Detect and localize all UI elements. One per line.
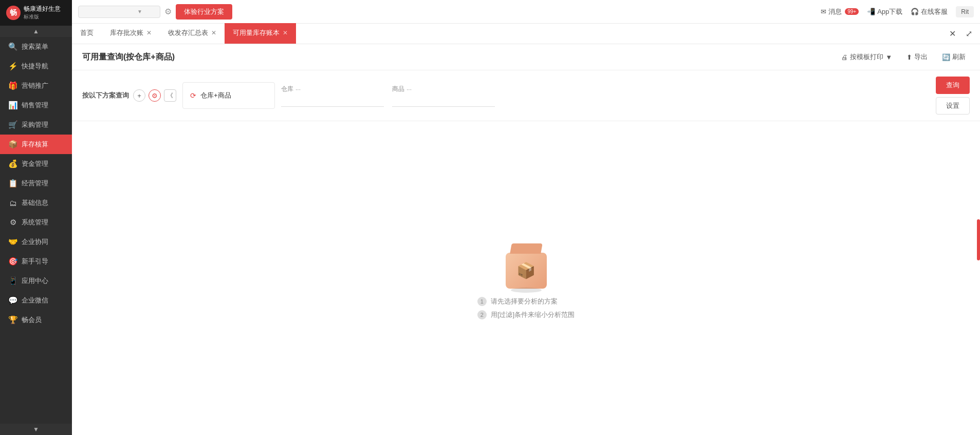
settings-scheme-btn[interactable]: ⚙ (149, 89, 161, 102)
scheme-panel: ⟳ 仓库+商品 (182, 82, 275, 109)
filter-fields: 仓库 ··· 商品 ··· (281, 85, 930, 107)
settings-icon[interactable]: ⚙ (164, 7, 172, 16)
scheme-icon: ⟳ (190, 91, 196, 100)
sidebar-item-weixin[interactable]: 💬 企业微信 (0, 291, 72, 310)
empty-shadow (511, 288, 542, 293)
tab-inventory-summary[interactable]: 收发存汇总表 ✕ (160, 23, 225, 44)
printer-icon: 🖨 (841, 53, 848, 61)
sidebar-scroll-down[interactable]: ▼ (0, 424, 72, 435)
print-btn[interactable]: 🖨 按模板打印 ▼ (837, 50, 896, 64)
industry-btn[interactable]: 体验行业方案 (176, 4, 232, 20)
empty-hint-2-text: 用[过滤]条件来缩小分析范围 (491, 310, 575, 319)
sidebar-scroll-up[interactable]: ▲ (0, 26, 72, 37)
topbar: ▼ ⚙ 体验行业方案 ✉ 消息 99+ 📲 App下载 🎧 在线客服 Rit (72, 0, 980, 24)
app-download-action[interactable]: 📲 App下载 (867, 7, 902, 16)
tab-label: 收发存汇总表 (168, 28, 208, 37)
box-face-icon: 📦 (516, 261, 535, 279)
tabsbar-right-actions: ✕ ⤢ (945, 23, 980, 44)
tab-close-icon[interactable]: ✕ (283, 29, 288, 36)
right-scrollbar[interactable] (977, 219, 980, 260)
chart-icon: 📊 (8, 101, 17, 110)
user-name: Rit (961, 8, 969, 15)
topbar-search-area[interactable]: ▼ (78, 6, 160, 18)
sidebar-item-finance[interactable]: 💰 资金管理 (0, 154, 72, 174)
tab-label: 可用量库存账本 (233, 28, 280, 37)
sidebar-item-label: 畅会员 (22, 315, 42, 325)
sidebar-item-member[interactable]: 🏆 畅会员 (0, 310, 72, 330)
app-download-label: App下载 (877, 7, 902, 16)
empty-state: 📦 1 请先选择要分析的方案 2 用[过滤]条件来缩小分析范围 (72, 121, 980, 435)
message-icon: ✉ (821, 8, 826, 15)
page-content: 可用量查询(按仓库+商品) 🖨 按模板打印 ▼ ⬆ 导出 🔄 刷新 (72, 44, 980, 435)
sidebar-item-operations[interactable]: 📋 经营管理 (0, 174, 72, 193)
warehouse-input[interactable] (281, 94, 384, 107)
scheme-name: 仓库+商品 (200, 91, 231, 100)
search-icon: 🔍 (8, 42, 17, 51)
sidebar-item-app-center[interactable]: 📱 应用中心 (0, 271, 72, 291)
tab-close-icon[interactable]: ✕ (146, 29, 152, 36)
refresh-icon: 🔄 (942, 53, 950, 61)
chat-icon: 💬 (8, 296, 17, 305)
sidebar-item-newbie[interactable]: 🎯 新手引导 (0, 252, 72, 271)
settings-button[interactable]: 设置 (936, 97, 970, 115)
print-label: 按模板打印 (850, 52, 883, 62)
sidebar-item-purchase[interactable]: 🛒 采购管理 (0, 115, 72, 135)
user-menu[interactable]: Rit (956, 6, 974, 17)
empty-hints: 1 请先选择要分析的方案 2 用[过滤]条件来缩小分析范围 (477, 297, 575, 319)
tab-available-account[interactable]: 可用量库存账本 ✕ (225, 23, 296, 44)
close-tab-btn[interactable]: ✕ (945, 26, 959, 41)
sidebar-item-label: 新手引导 (22, 257, 48, 266)
sidebar-logo: 畅 畅康通好生意 标准版 (0, 0, 72, 26)
product-more-btn[interactable]: ··· (406, 86, 412, 93)
online-service-label: 在线客服 (921, 7, 948, 16)
sidebar-item-label: 经营管理 (22, 179, 48, 188)
refresh-btn[interactable]: 🔄 刷新 (938, 50, 970, 64)
phone-download-icon: 📲 (867, 8, 875, 15)
sidebar-item-shortcut[interactable]: ⚡ 快捷导航 (0, 56, 72, 76)
chevron-down-icon[interactable]: ▼ (137, 9, 142, 14)
tab-close-icon[interactable]: ✕ (211, 29, 216, 36)
empty-hint-1: 1 请先选择要分析的方案 (477, 297, 575, 306)
sidebar-item-label: 销售管理 (22, 101, 48, 110)
tab-batch-account[interactable]: 库存批次账 ✕ (102, 23, 160, 44)
clipboard-icon: 📋 (8, 179, 17, 188)
box-icon: 📦 (8, 140, 17, 149)
tab-label: 库存批次账 (110, 28, 143, 37)
sidebar-item-system[interactable]: ⚙ 系统管理 (0, 213, 72, 232)
warehouse-more-btn[interactable]: ··· (295, 86, 301, 93)
sidebar-item-label: 库存核算 (22, 140, 48, 149)
product-input[interactable] (392, 94, 495, 107)
sidebar-item-sales[interactable]: 📊 销售管理 (0, 96, 72, 115)
refresh-label: 刷新 (952, 52, 966, 62)
query-button[interactable]: 查询 (936, 77, 970, 94)
content-wrapper: 可用量查询(按仓库+商品) 🖨 按模板打印 ▼ ⬆ 导出 🔄 刷新 (72, 44, 980, 435)
phone-icon: 📱 (8, 276, 17, 286)
online-service-action[interactable]: 🎧 在线客服 (911, 7, 948, 16)
filter-label: 按以下方案查询 (82, 91, 129, 100)
headset-icon: 🎧 (911, 8, 919, 15)
print-chevron-icon[interactable]: ▼ (885, 53, 892, 61)
topbar-actions: ✉ 消息 99+ 📲 App下载 🎧 在线客服 Rit (821, 6, 974, 17)
tab-home[interactable]: 首页 (72, 23, 102, 44)
sidebar-item-search[interactable]: 🔍 搜索菜单 (0, 37, 72, 56)
main-content: ▼ ⚙ 体验行业方案 ✉ 消息 99+ 📲 App下载 🎧 在线客服 Rit (72, 0, 980, 435)
sidebar-item-marketing[interactable]: 🎁 营销推广 (0, 76, 72, 96)
sidebar-menu: 🔍 搜索菜单 ⚡ 快捷导航 🎁 营销推广 📊 销售管理 🛒 采购管理 📦 库存核… (0, 37, 72, 424)
filter-area: 按以下方案查询 + ⚙ 《 ⟳ 仓库+商品 (72, 70, 980, 121)
add-scheme-btn[interactable]: + (133, 89, 145, 102)
gift-icon: 🎁 (8, 81, 17, 90)
export-label: 导出 (914, 52, 928, 62)
topbar-search-input[interactable] (83, 8, 134, 15)
expand-tab-btn[interactable]: ⤢ (961, 26, 976, 41)
collapse-btn[interactable]: 《 (164, 89, 176, 102)
sidebar-item-enterprise[interactable]: 🤝 企业协同 (0, 232, 72, 252)
message-label: 消息 (828, 7, 842, 16)
scheme-item[interactable]: ⟳ 仓库+商品 (183, 87, 274, 104)
sidebar-item-inventory[interactable]: 📦 库存核算 (0, 135, 72, 154)
empty-box: 📦 (506, 253, 547, 289)
message-action[interactable]: ✉ 消息 99+ (821, 7, 859, 16)
sidebar-item-base-info[interactable]: 🗂 基础信息 (0, 193, 72, 213)
warehouse-label: 仓库 (281, 85, 293, 93)
export-btn[interactable]: ⬆ 导出 (902, 50, 932, 64)
sidebar-item-label: 基础信息 (22, 198, 48, 207)
